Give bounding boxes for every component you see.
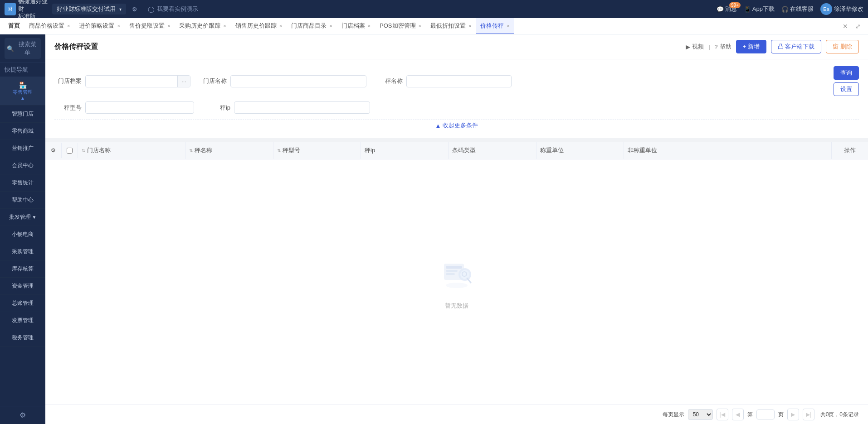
search-menu-button[interactable]: 🔍 搜索菜单 <box>5 38 41 59</box>
collapse-button[interactable]: ▲ 收起更多条件 <box>435 121 478 130</box>
message-button[interactable]: 💬 消息 99+ <box>717 5 737 13</box>
last-page-button[interactable]: ▶| <box>803 409 814 420</box>
help-link[interactable]: ? 帮助 <box>714 43 731 51</box>
sidebar-item-ecommerce[interactable]: 小畅电商 <box>0 226 45 243</box>
th-gear[interactable]: ⚙ <box>45 143 62 158</box>
sidebar-item-purchase[interactable]: 采购管理 <box>0 243 45 260</box>
download-client-button[interactable]: 凸 客户端下载 <box>771 40 822 53</box>
sort-icon[interactable]: ⇅ <box>189 148 193 153</box>
tab-price-settings[interactable]: 商品价格设置 × <box>24 18 74 34</box>
set-button[interactable]: 设置 <box>834 82 859 96</box>
tab-purchase-strategy[interactable]: 进价策略设置 × <box>74 18 124 34</box>
demo-circle-icon: ◯ <box>148 6 155 13</box>
tab-pos-management[interactable]: POS加密管理 × <box>375 18 426 34</box>
scale-ip-input[interactable] <box>234 101 370 114</box>
close-icon[interactable]: × <box>507 23 509 29</box>
sidebar-item-help-center[interactable]: 帮助中心 <box>0 192 45 209</box>
scale-model-input[interactable] <box>85 101 194 114</box>
tab-price-scale[interactable]: 价格传秤 × <box>476 18 514 34</box>
store-archive-input[interactable] <box>86 76 177 87</box>
sidebar-item-general-ledger[interactable]: 总账管理 <box>0 295 45 312</box>
tab-sales-history[interactable]: 销售历史价跟踪 × <box>231 18 287 34</box>
app-download-button[interactable]: 📱 App下载 <box>744 5 775 13</box>
close-icon[interactable]: × <box>67 23 70 29</box>
per-page-label: 每页显示 <box>663 411 684 419</box>
divider: | <box>708 43 710 50</box>
table-area: ⚙ ⇅ 门店名称 ⇅ 秤名称 ⇅ 秤型号 秤ip <box>45 142 868 405</box>
tab-min-discount[interactable]: 最低折扣设置 × <box>426 18 476 34</box>
close-icon[interactable]: × <box>167 23 170 29</box>
version-selector[interactable]: 好业财标准版交付试用 ▾ <box>52 4 126 14</box>
close-icon[interactable]: × <box>329 23 332 29</box>
close-icon[interactable]: × <box>223 23 226 29</box>
empty-text: 暂无数据 <box>445 302 468 310</box>
prev-page-button[interactable]: ◀ <box>732 409 744 420</box>
tab-home[interactable]: 首页 <box>4 18 24 34</box>
delete-button[interactable]: 窗 删除 <box>826 40 859 53</box>
close-all-tabs-button[interactable]: ✕ <box>839 20 852 33</box>
first-page-button[interactable]: |◀ <box>717 409 728 420</box>
page-input[interactable]: 1 <box>756 410 775 419</box>
sidebar-item-finance[interactable]: 资金管理 <box>0 278 45 295</box>
sidebar-item-member-center[interactable]: 会员中心 <box>0 157 45 174</box>
select-all-checkbox[interactable] <box>67 148 73 154</box>
th-scale-model: ⇅ 秤型号 <box>273 142 361 159</box>
download-icon: 📱 <box>744 6 751 13</box>
page-header: 价格传秤设置 ▶ 视频 | ? 帮助 + 新增 凸 客户端下载 窗 <box>45 34 868 59</box>
logo-icon: 财 <box>5 3 16 15</box>
scale-ip-field: 秤ip <box>203 101 370 114</box>
sort-icon[interactable]: ⇅ <box>82 148 85 153</box>
total-label: 共0页，0条记录 <box>820 411 859 419</box>
app-logo: 财 畅捷通好业财 标准版 <box>5 0 50 20</box>
next-page-button[interactable]: ▶ <box>787 409 799 420</box>
video-link[interactable]: ▶ 视频 <box>686 43 704 51</box>
store-name-input[interactable] <box>230 75 366 87</box>
per-page-select[interactable]: 50 20 100 <box>688 409 713 420</box>
settings-gear-icon[interactable]: ⚙ <box>128 3 141 15</box>
video-icon: ▶ <box>686 43 690 50</box>
demo-link[interactable]: ◯ 我要看实例演示 <box>148 5 198 13</box>
tab-sale-price[interactable]: 售价提取设置 × <box>125 18 175 34</box>
sidebar-settings-gear-icon[interactable]: ⚙ <box>20 411 26 419</box>
close-icon[interactable]: × <box>419 23 421 29</box>
message-icon: 💬 <box>717 6 724 13</box>
scale-name-label: 秤名称 <box>375 77 403 85</box>
sidebar-item-wholesale[interactable]: 批发管理 ▼ <box>0 209 45 226</box>
sidebar-item-invoice[interactable]: 发票管理 <box>0 312 45 329</box>
user-profile[interactable]: Ea 徐泽华修改 <box>820 3 863 15</box>
collapse-icon: ▲ <box>435 122 441 129</box>
sidebar-item-tax[interactable]: 税务管理 <box>0 329 45 347</box>
th-scale-name: ⇅ 秤名称 <box>185 142 273 159</box>
more-icon[interactable]: ··· <box>177 76 190 87</box>
online-service-button[interactable]: 🎧 在线客服 <box>781 5 814 13</box>
arrow-down-icon: ▼ <box>32 215 37 220</box>
close-icon[interactable]: × <box>117 23 120 29</box>
sidebar-item-inventory[interactable]: 库存核算 <box>0 260 45 278</box>
close-icon[interactable]: × <box>368 23 371 29</box>
tab-purchase-history[interactable]: 采购历史价跟踪 × <box>175 18 230 34</box>
service-icon: 🎧 <box>781 6 789 13</box>
tab-store-archive[interactable]: 门店档案 × <box>337 18 375 34</box>
close-icon[interactable]: × <box>279 23 282 29</box>
svg-point-0 <box>446 283 468 288</box>
svg-point-6 <box>460 270 469 279</box>
th-store-name: ⇅ 门店名称 <box>78 142 185 159</box>
sort-icon[interactable]: ⇅ <box>277 148 281 153</box>
close-icon[interactable]: × <box>468 23 471 29</box>
search-row-1: 门店档案 ··· 门店名称 秤名称 查询 <box>54 66 859 96</box>
top-bar: 财 畅捷通好业财 标准版 好业财标准版交付试用 ▾ ⚙ ◯ 我要看实例演示 💬 … <box>0 0 868 18</box>
scale-ip-label: 秤ip <box>203 104 230 112</box>
query-button[interactable]: 查询 <box>834 66 859 80</box>
sidebar-item-retail-stats[interactable]: 零售统计 <box>0 174 45 192</box>
th-checkbox[interactable] <box>62 143 78 158</box>
sidebar-item-marketing[interactable]: 营销推广 <box>0 140 45 157</box>
scale-name-input[interactable] <box>406 75 512 87</box>
sidebar-quick-nav[interactable]: 快捷导航 <box>0 63 45 77</box>
scale-model-field: 秤型号 <box>54 101 194 114</box>
sidebar-item-smart-store[interactable]: 智慧门店 <box>0 106 45 123</box>
add-button[interactable]: + 新增 <box>736 40 766 53</box>
sidebar-item-retail-mall[interactable]: 零售商城 <box>0 123 45 140</box>
tab-store-catalog[interactable]: 门店商品目录 × <box>287 18 336 34</box>
expand-tabs-button[interactable]: ⤢ <box>852 20 864 33</box>
sidebar-item-retail-management[interactable]: 🏪 零售管理 ▲ <box>0 77 45 106</box>
